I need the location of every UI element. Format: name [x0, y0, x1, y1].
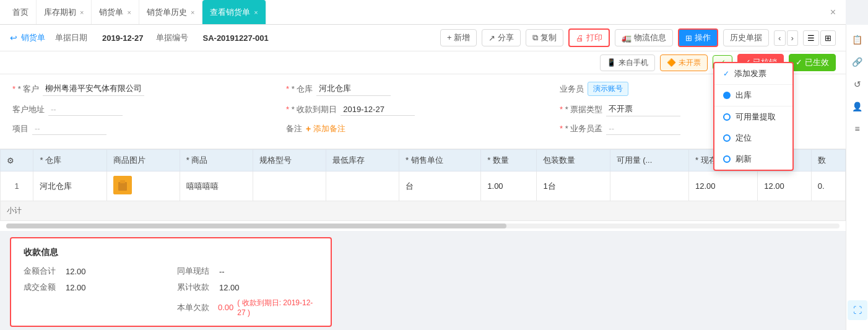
th-amount: 数	[811, 150, 845, 172]
dropdown-item-outbound[interactable]: 出库	[714, 85, 792, 106]
overdue-label: 本单欠款	[177, 302, 214, 313]
share-icon: ↗	[488, 33, 495, 43]
nav-arrows: ‹ ›	[774, 30, 798, 46]
transaction-row: 成交金额 12.00	[24, 282, 165, 293]
amount-value: 12.00	[66, 267, 86, 276]
doc-date-value: 2019-12-27	[102, 33, 144, 43]
sales-employee-label: * * 业务员孟	[560, 123, 602, 134]
cell-stock: 12.00	[689, 172, 758, 201]
tab-home[interactable]: 首页	[5, 0, 37, 24]
tab-sales-order[interactable]: 销货单 ×	[92, 0, 139, 24]
window-close-button[interactable]: ×	[825, 4, 841, 20]
copy-icon: ⧉	[532, 33, 538, 43]
subtotal-label: 小计	[1, 201, 846, 221]
ticket-value: 不开票	[606, 102, 680, 116]
sidebar-icon-expand[interactable]: ⛶	[848, 300, 867, 320]
from-mobile-button[interactable]: 📱 来自手机	[600, 54, 655, 71]
print-button[interactable]: 🖨 打印	[568, 28, 610, 47]
warehouse-label: * * 仓库	[286, 84, 313, 95]
cell-product: 嘻嘻嘻嘻	[180, 172, 253, 201]
address-value: --	[48, 103, 123, 116]
dropdown-menu: ✓ 添加发票 出库 可用量提取 定位 刷新	[713, 62, 794, 171]
transaction-value: 12.00	[66, 283, 86, 292]
dot-blue-icon	[723, 92, 731, 99]
doc-title: ↩ 销货单	[10, 32, 45, 43]
th-quantity: * 数量	[481, 150, 537, 172]
subtotal-row: 小计	[1, 201, 846, 221]
dropdown-item-locate[interactable]: 定位	[714, 128, 792, 149]
th-available: 可用量 (...	[610, 150, 689, 172]
same-order-row: 同单现结 --	[177, 266, 318, 277]
th-warehouse: * 仓库	[33, 150, 106, 172]
close-inventory-init[interactable]: ×	[80, 9, 84, 16]
cumulative-label: 累计收款	[177, 282, 214, 293]
doc-icon: ↩	[10, 33, 17, 43]
ticket-icon: 🔶	[667, 58, 676, 67]
grid-view-button[interactable]: ⊞	[820, 30, 836, 46]
share-button[interactable]: ↗ 分享	[482, 29, 521, 46]
cell-product-img	[106, 172, 180, 201]
tab-inventory-init[interactable]: 库存期初 ×	[37, 0, 92, 24]
customer-label: * * 客户	[12, 84, 39, 95]
operations-button[interactable]: ⊞ 操作	[678, 28, 718, 47]
same-order-value: --	[219, 267, 225, 276]
due-date-label: * * 收款到期日	[286, 104, 337, 115]
tab-sales-history[interactable]: 销货单历史 ×	[139, 0, 202, 24]
address-field: 客户地址 --	[12, 103, 286, 116]
sidebar-icon-1[interactable]: 📋	[848, 30, 867, 50]
due-date-field: * * 收款到期日 2019-12-27	[286, 103, 560, 116]
cell-quantity: 1.00	[481, 172, 537, 201]
prev-button[interactable]: ‹	[774, 30, 785, 46]
sidebar-icon-3[interactable]: ↺	[848, 74, 867, 94]
close-sales-order[interactable]: ×	[127, 9, 131, 16]
note-field: 备注 + 添加备注	[286, 123, 560, 134]
next-button[interactable]: ›	[787, 30, 798, 46]
effective-button[interactable]: ✓ 已生效	[789, 54, 836, 71]
warehouse-value: 河北仓库	[316, 82, 391, 96]
warehouse-field: * * 仓库 河北仓库	[286, 82, 560, 96]
logistics-button[interactable]: 🚛 物流信息	[615, 29, 673, 46]
doc-meta: 单据日期 2019-12-27 单据编号 SA-20191227-001	[55, 32, 269, 43]
doc-title-text: 销货单	[21, 32, 45, 43]
transaction-label: 成交金额	[24, 282, 61, 293]
customer-field: * * 客户 柳州粤港平安气体有限公司	[12, 82, 286, 96]
view-toggle: ☰ ⊞	[803, 30, 836, 46]
th-spec: 规格型号	[253, 150, 326, 172]
tab-view-sales[interactable]: 查看销货单 ×	[202, 0, 266, 24]
print-icon: 🖨	[576, 33, 584, 43]
svg-rect-2	[120, 180, 125, 183]
address-label: 客户地址	[12, 104, 45, 115]
cell-num: 1	[1, 172, 33, 201]
history-button[interactable]: 历史单据	[723, 29, 769, 46]
employee-label: 业务员	[560, 84, 584, 95]
project-label: 项目	[12, 123, 28, 134]
sidebar-icon-5[interactable]: ≡	[848, 119, 867, 139]
due-date-value: 2019-12-27	[341, 103, 415, 116]
dropdown-item-add-invoice[interactable]: ✓ 添加发票	[714, 63, 792, 84]
dot-outline-icon-2	[723, 134, 731, 142]
not-open-button[interactable]: 🔶 未开票	[660, 54, 708, 71]
sidebar-icon-2[interactable]: 🔗	[848, 52, 867, 72]
sidebar-icon-4[interactable]: 👤	[848, 97, 867, 116]
truck-icon: 🚛	[622, 33, 631, 43]
settings-icon[interactable]: ⚙	[7, 156, 14, 165]
form-row-3: 项目 -- 备注 + 添加备注 * * 业务员孟 --	[12, 123, 833, 135]
plus-icon: +	[306, 124, 311, 134]
product-image	[113, 176, 132, 194]
right-sidebar: 📋 🔗 ↺ 👤 ≡ ⛶	[846, 25, 868, 330]
payment-section: 收款信息 金额合计 12.00 同单现结 -- 成交金额 12.00 累计收款 …	[10, 237, 332, 327]
check-mark-icon: ✓	[723, 69, 729, 78]
overdue-row: 本单欠款 0.00 ( 收款到期日: 2019-12-27 )	[177, 298, 318, 317]
list-view-button[interactable]: ☰	[803, 30, 819, 46]
copy-button[interactable]: ⧉ 复制	[526, 29, 563, 46]
cell-unit: 台	[399, 172, 481, 201]
close-sales-history[interactable]: ×	[191, 9, 194, 16]
scroll-thumb	[6, 224, 506, 228]
project-value: --	[32, 123, 106, 135]
scroll-bar[interactable]	[6, 224, 840, 228]
dropdown-item-available-qty[interactable]: 可用量提取	[714, 106, 792, 128]
new-button[interactable]: + 新增	[440, 29, 477, 46]
add-note-button[interactable]: + 添加备注	[306, 123, 345, 134]
close-view-sales[interactable]: ×	[254, 9, 258, 16]
dropdown-item-refresh[interactable]: 刷新	[714, 149, 792, 170]
